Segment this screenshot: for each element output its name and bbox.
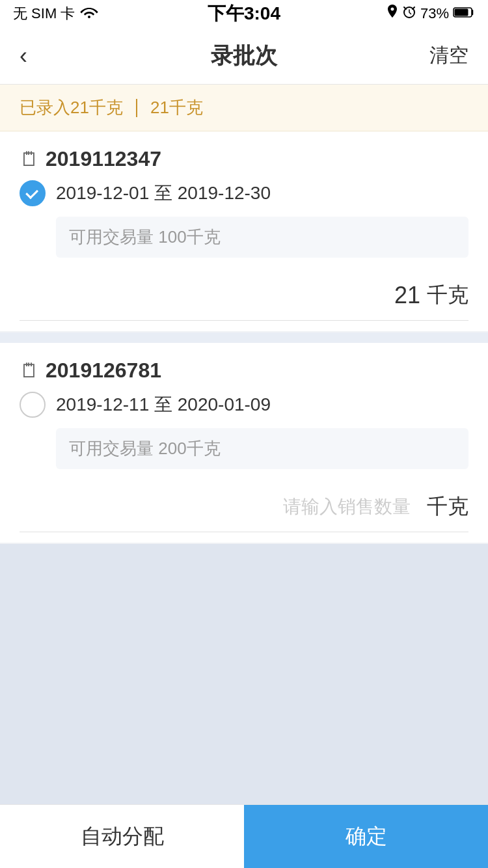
confirm-button[interactable]: 确定 <box>244 805 488 868</box>
batch2-header: 🗒 2019126781 <box>20 359 468 383</box>
batch2-available: 可用交易量 200千克 <box>56 428 468 469</box>
section-separator <box>0 332 488 343</box>
status-bar-right: 73% <box>386 5 475 23</box>
alarm-icon <box>402 5 416 23</box>
battery-percent: 73% <box>420 5 449 22</box>
carrier-text: 无 SIM 卡 <box>13 4 75 23</box>
batch2-date-row[interactable]: 2019-12-11 至 2020-01-09 <box>20 392 468 418</box>
batch2-number: 2019126781 <box>46 359 161 383</box>
location-icon <box>386 5 398 23</box>
empty-area <box>0 544 488 817</box>
batch2-quantity-input[interactable] <box>225 496 420 517</box>
nav-bar: ‹ 录批次 清空 <box>0 27 488 85</box>
batch1-input-row: 21 千克 <box>0 271 488 320</box>
batch2-date-range: 2019-12-11 至 2020-01-09 <box>56 392 271 417</box>
batch1-quantity: 21 <box>342 282 420 309</box>
total-amount: 21千克 <box>150 96 203 119</box>
batch1-date-row[interactable]: 2019-12-01 至 2019-12-30 <box>20 180 468 206</box>
auto-distribute-button[interactable]: 自动分配 <box>0 805 244 868</box>
batch1-header: 🗒 2019112347 <box>20 147 468 171</box>
batch2-icon: 🗒 <box>20 360 39 382</box>
info-banner: 已录入21千克 21千克 <box>0 85 488 131</box>
batch1-number: 2019112347 <box>46 147 161 171</box>
batch1-icon: 🗒 <box>20 148 39 170</box>
batch1-card: 🗒 2019112347 2019-12-01 至 2019-12-30 可用交… <box>0 131 488 331</box>
batch2-unit: 千克 <box>427 493 468 521</box>
status-bar-left: 无 SIM 卡 <box>13 4 98 23</box>
batch1-inner: 🗒 2019112347 2019-12-01 至 2019-12-30 <box>0 131 488 206</box>
banner-divider <box>136 99 137 117</box>
recorded-amount: 已录入21千克 <box>20 96 123 119</box>
clear-button[interactable]: 清空 <box>429 42 468 69</box>
batch1-date-range: 2019-12-01 至 2019-12-30 <box>56 181 271 206</box>
wifi-icon <box>80 5 98 23</box>
batch1-avail-wrapper: 可用交易量 100千克 <box>20 217 468 258</box>
batch2-inner: 🗒 2019126781 2019-12-11 至 2020-01-09 <box>0 343 488 418</box>
battery-icon <box>453 5 475 22</box>
svg-rect-2 <box>455 9 468 16</box>
batch1-available: 可用交易量 100千克 <box>56 217 468 258</box>
batch1-unit: 千克 <box>427 281 468 310</box>
status-bar: 无 SIM 卡 下午3:04 73% <box>0 0 488 27</box>
back-button[interactable]: ‹ <box>20 42 27 70</box>
batch2-avail-wrapper: 可用交易量 200千克 <box>20 428 468 469</box>
page-title: 录批次 <box>211 41 277 71</box>
batch2-card: 🗒 2019126781 2019-12-11 至 2020-01-09 可用交… <box>0 343 488 543</box>
batch1-radio[interactable] <box>20 180 46 206</box>
batch2-input-row[interactable]: 千克 <box>0 482 488 532</box>
bottom-bar: 自动分配 确定 <box>0 804 488 868</box>
batch2-radio[interactable] <box>20 392 46 418</box>
status-bar-time: 下午3:04 <box>208 1 280 26</box>
